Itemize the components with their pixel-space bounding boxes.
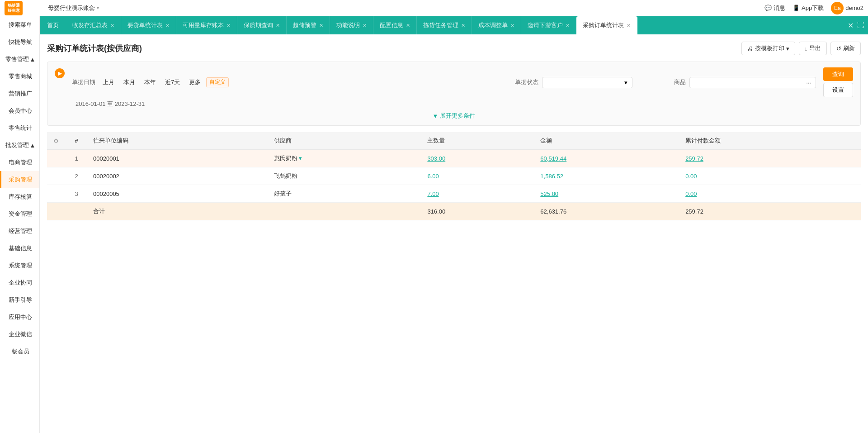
goods-filter-input[interactable]: ··· [689, 77, 816, 88]
sidebar-item-purchase-mgmt[interactable]: 采购管理 [0, 171, 39, 188]
tab-recv-send-close-icon[interactable]: ✕ [110, 23, 114, 29]
tab-func-desc-close-icon[interactable]: ✕ [363, 23, 367, 29]
main-qty-link[interactable]: 6.00 [427, 173, 439, 180]
avatar: Ea [831, 2, 844, 14]
amount-link[interactable]: 60,519.44 [540, 155, 566, 162]
logo-area: 畅捷通好生意 [5, 1, 44, 15]
sidebar-item-marketing[interactable]: 营销推广 [0, 85, 39, 102]
sidebar-item-enterprise-coop[interactable]: 企业协同 [0, 274, 39, 291]
shortcut-this-year[interactable]: 本年 [141, 77, 160, 87]
paid-amount-link[interactable]: 0.00 [685, 173, 697, 180]
row-main-qty-cell: 7.00 [422, 185, 535, 203]
expand-more-label: 展开更多条件 [440, 112, 475, 120]
app-download-btn[interactable]: 📱 App下载 [793, 4, 824, 12]
status-filter-select[interactable]: ▾ [542, 77, 632, 88]
main-qty-link[interactable]: 303.00 [427, 155, 445, 162]
filter-row-1: 单据日期 上月 本月 本年 近7天 更多 自定义 [72, 67, 853, 97]
page-title: 采购订单统计表(按供应商) [47, 43, 142, 54]
sidebar-item-retail-stats[interactable]: 零售统计 [0, 119, 39, 137]
tab-expiry-query[interactable]: 保质期查询 ✕ [237, 16, 287, 34]
row-amount-cell: 60,519.44 [535, 150, 680, 167]
tab-fullscreen-icon[interactable]: ⛶ [857, 21, 864, 29]
app-center-label: 应用中心 [9, 314, 32, 320]
tab-func-desc[interactable]: 功能说明 ✕ [330, 16, 373, 34]
row-supplier-cell: 惠氏奶粉 ▾ [269, 150, 422, 167]
table-row[interactable]: 2 00020002 飞鹤奶粉 6.00 1,586.52 0.00 [47, 167, 861, 185]
tab-close-all-icon[interactable]: ✕ [848, 21, 854, 30]
col-unit-code-label: 往来单位编码 [93, 137, 128, 144]
filter-status-item: 单据状态 ▾ [515, 77, 632, 88]
paid-amount-link[interactable]: 259.72 [685, 155, 703, 162]
shortcut-more[interactable]: 更多 [185, 77, 204, 87]
workspace-selector[interactable]: 母婴行业演示账套 ▾ [48, 4, 764, 12]
tab-overstock[interactable]: 超储预警 ✕ [287, 16, 330, 34]
col-check-header: ⚙ [47, 132, 65, 150]
sidebar-item-search[interactable]: 搜索菜单 [0, 16, 39, 33]
custom-tag[interactable]: 自定义 [206, 77, 229, 87]
tab-recv-send[interactable]: 收发存汇总表 ✕ [66, 16, 121, 34]
sidebar-item-member-center[interactable]: 会员中心 [0, 102, 39, 119]
template-print-btn[interactable]: 🖨 按模板打印 ▾ [741, 42, 795, 55]
tab-picking-task-close-icon[interactable]: ✕ [461, 23, 465, 29]
workspace-arrow-icon: ▾ [97, 5, 99, 10]
amount-link[interactable]: 525.80 [540, 190, 558, 197]
tab-purchase-order-stats-close-icon[interactable]: ✕ [627, 23, 631, 29]
tab-config-info[interactable]: 配置信息 ✕ [373, 16, 417, 34]
tab-overstock-close-icon[interactable]: ✕ [319, 23, 323, 29]
tab-bar-end: ✕ ⛶ [844, 16, 868, 34]
status-select-arrow-icon: ▾ [624, 79, 627, 86]
refresh-icon: ↺ [836, 45, 841, 52]
column-settings-icon[interactable]: ⚙ [53, 138, 59, 144]
tab-home[interactable]: 首页 [40, 16, 66, 34]
main-qty-link[interactable]: 7.00 [427, 190, 439, 197]
tab-config-info-close-icon[interactable]: ✕ [406, 23, 410, 29]
goods-input-more-icon: ··· [806, 79, 811, 86]
sidebar-item-app-center[interactable]: 应用中心 [0, 309, 39, 326]
table-row[interactable]: 1 00020001 惠氏奶粉 ▾ 303.00 60,519.44 259.7… [47, 150, 861, 167]
tab-picking-task[interactable]: 拣货任务管理 ✕ [417, 16, 472, 34]
sidebar-item-ops-mgmt[interactable]: 经营管理 [0, 223, 39, 240]
settings-btn[interactable]: 设置 [823, 83, 853, 97]
tab-order-stats[interactable]: 要货单统计表 ✕ [121, 16, 176, 34]
filter-collapse-btn[interactable]: ▶ [55, 68, 65, 78]
sidebar-item-retail-mgmt[interactable]: 零售管理 ▲ [0, 51, 39, 68]
shortcut-last-month[interactable]: 上月 [99, 77, 118, 87]
shortcut-7days[interactable]: 近7天 [161, 77, 184, 87]
tab-purchase-order-stats[interactable]: 采购订单统计表 ✕ [576, 16, 637, 34]
amount-link[interactable]: 1,586.52 [540, 173, 563, 180]
sidebar-item-enterprise-wechat[interactable]: 企业微信 [0, 326, 39, 343]
refresh-btn[interactable]: ↺ 刷新 [830, 42, 861, 55]
sidebar-item-wholesale-mgmt[interactable]: 批发管理 ▲ [0, 137, 39, 154]
sidebar-item-inventory[interactable]: 库存核算 [0, 188, 39, 205]
expand-more-btn[interactable]: ▼ 展开更多条件 [55, 112, 853, 120]
sidebar-item-vip[interactable]: 畅会员 [0, 343, 39, 360]
wholesale-mgmt-arrow-icon: ▲ [30, 142, 36, 149]
sidebar-item-retail-mall[interactable]: 零售商城 [0, 68, 39, 85]
sidebar-item-ecom-mgmt[interactable]: 电商管理 [0, 154, 39, 171]
tab-avail-inv-close-icon[interactable]: ✕ [226, 23, 231, 29]
message-btn[interactable]: 💬 消息 [764, 4, 785, 12]
sidebar-item-finance[interactable]: 资金管理 [0, 205, 39, 223]
shortcut-this-month[interactable]: 本月 [120, 77, 139, 87]
table-row[interactable]: 3 00020005 好孩子 7.00 525.80 0.00 [47, 185, 861, 203]
sidebar-item-quick-nav[interactable]: 快捷导航 [0, 33, 39, 51]
sidebar-item-sys-mgmt[interactable]: 系统管理 [0, 257, 39, 274]
tab-invite-downstream[interactable]: 邀请下游客户 ✕ [521, 16, 576, 34]
tab-order-stats-close-icon[interactable]: ✕ [165, 23, 170, 29]
table-header: ⚙ # 往来单位编码 供应商 [47, 132, 861, 150]
user-area[interactable]: Ea demo2 [831, 2, 863, 14]
tab-invite-downstream-close-icon[interactable]: ✕ [566, 23, 570, 29]
tab-expiry-query-close-icon[interactable]: ✕ [276, 23, 280, 29]
sidebar: 搜索菜单 快捷导航 零售管理 ▲ 零售商城 营销推广 会员中心 零售统计 批 [0, 16, 40, 433]
tab-avail-inv[interactable]: 可用量库存账本 ✕ [176, 16, 237, 34]
query-btn[interactable]: 查询 [823, 67, 853, 81]
sidebar-item-basic-info[interactable]: 基础信息 [0, 240, 39, 257]
paid-amount-link[interactable]: 0.00 [685, 190, 697, 197]
row-check-cell [47, 167, 65, 185]
sidebar-item-newbie[interactable]: 新手引导 [0, 291, 39, 309]
export-btn[interactable]: ↓ 导出 [799, 42, 827, 55]
tab-cost-adjust[interactable]: 成本调整单 ✕ [472, 16, 521, 34]
search-menu-label: 搜索菜单 [9, 21, 32, 28]
date-shortcuts: 上月 本月 本年 近7天 更多 自定义 [99, 77, 229, 87]
tab-cost-adjust-close-icon[interactable]: ✕ [510, 23, 514, 29]
